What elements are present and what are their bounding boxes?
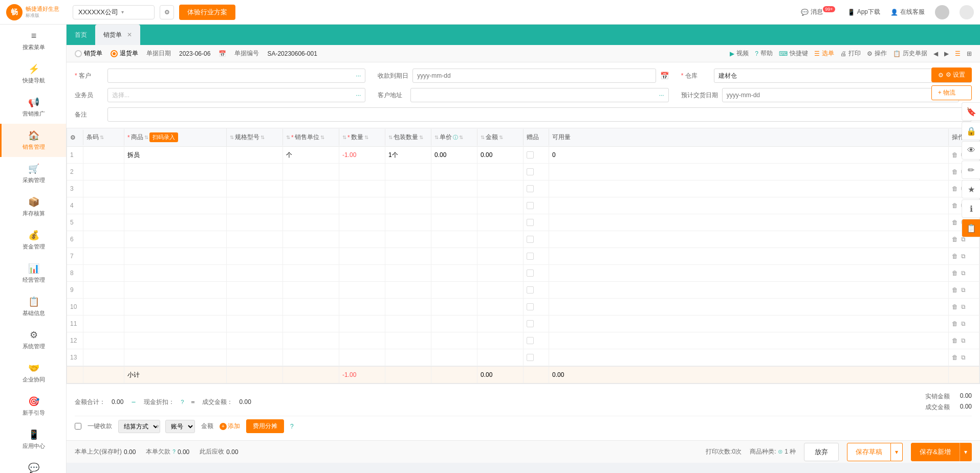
tab-sales-order[interactable]: 销货单 ✕	[95, 25, 140, 45]
operations-btn[interactable]: ⚙ 操作	[867, 49, 887, 58]
account-select[interactable]: 账号	[165, 420, 195, 433]
td-2-amount[interactable]	[477, 164, 524, 180]
salesman-input[interactable]: 选择... ···	[107, 88, 365, 102]
gift-checkbox-3[interactable]	[527, 185, 534, 192]
payment-due-calendar-icon[interactable]: 📅	[660, 72, 669, 80]
td-2-gift[interactable]	[524, 164, 549, 180]
company-selector[interactable]: XXXXXX公司 ▾	[73, 5, 155, 19]
sidebar-item-sales[interactable]: 🏠 销售管理	[0, 124, 66, 157]
delete-icon-10[interactable]: 🗑	[952, 303, 958, 310]
app-download-item[interactable]: 📱 App下载	[847, 8, 880, 16]
copy-icon-8[interactable]: ⧉	[961, 269, 966, 277]
gift-checkbox-4[interactable]	[527, 202, 534, 209]
delete-icon-1[interactable]: 🗑	[952, 151, 958, 159]
help-btn[interactable]: ? 帮助	[755, 49, 773, 58]
float-lock-icon[interactable]: 🔒	[962, 122, 980, 140]
minus-icon[interactable]: －	[129, 397, 138, 408]
select-order-btn[interactable]: ☰ 选单	[814, 49, 834, 58]
gift-checkbox-5[interactable]	[527, 219, 534, 226]
delete-icon-11[interactable]: 🗑	[952, 320, 958, 327]
scan-btn[interactable]: 扫码录入	[149, 132, 178, 142]
shortcut-btn[interactable]: ⌨ 快捷键	[779, 49, 808, 58]
gift-checkbox-6[interactable]	[527, 236, 534, 243]
copy-icon-9[interactable]: ⧉	[961, 286, 966, 294]
history-btn[interactable]: 📋 历史单据	[893, 49, 927, 58]
copy-icon-7[interactable]: ⧉	[961, 253, 966, 260]
sidebar-item-operations[interactable]: 📊 经营管理	[0, 257, 66, 290]
list-view-btn[interactable]: ☰	[955, 50, 961, 57]
float-star-icon[interactable]: ★	[962, 180, 980, 198]
sidebar-item-wechat[interactable]: 💬 企业微信	[0, 456, 66, 473]
copy-icon-10[interactable]: ⧉	[961, 303, 966, 310]
radio-sales[interactable]: 销货单	[75, 49, 102, 58]
sidebar-item-enterprise[interactable]: 🤝 企业协同	[0, 356, 66, 390]
message-item[interactable]: 💬 消息 99+	[801, 8, 837, 16]
td-1-price[interactable]: 0.00	[431, 147, 477, 163]
overdue-info-icon[interactable]: ?	[172, 449, 176, 455]
save-draft-dropdown[interactable]: ▾	[891, 443, 903, 461]
copy-icon-13[interactable]: ⧉	[961, 354, 966, 361]
discard-button[interactable]: 放弃	[804, 443, 839, 461]
gift-checkbox-9[interactable]	[527, 286, 534, 294]
save-new-dropdown[interactable]: ▾	[960, 443, 972, 461]
float-eye-icon[interactable]: 👁	[962, 141, 980, 160]
td-1-unit[interactable]: 个	[283, 147, 339, 163]
save-new-button[interactable]: 保存&新增	[911, 443, 960, 461]
date-picker-icon[interactable]: 📅	[219, 50, 226, 57]
grid-view-btn[interactable]: ⊞	[967, 50, 972, 57]
gift-checkbox-12[interactable]	[527, 337, 534, 344]
gift-checkbox-11[interactable]	[527, 320, 534, 327]
copy-icon-11[interactable]: ⧉	[961, 320, 966, 327]
td-2-barcode[interactable]	[83, 164, 124, 180]
td-2-spec[interactable]	[227, 164, 283, 180]
td-2-qty[interactable]	[339, 164, 385, 180]
th-settings[interactable]: ⚙	[67, 130, 83, 145]
delete-icon-7[interactable]: 🗑	[952, 253, 958, 260]
td-1-product[interactable]: 拆员	[124, 147, 227, 163]
avatar[interactable]	[935, 5, 949, 19]
gift-checkbox-2[interactable]	[527, 168, 534, 175]
sidebar-item-inventory[interactable]: 📦 库存核算	[0, 190, 66, 223]
gift-checkbox-13[interactable]	[527, 354, 534, 361]
sidebar-item-shortcut[interactable]: ⚡ 快捷导航	[0, 57, 66, 91]
td-2-pkgqty[interactable]	[385, 164, 431, 180]
avatar-settings[interactable]	[960, 5, 974, 19]
prev-btn[interactable]: ◀	[933, 50, 938, 57]
delete-icon-8[interactable]: 🗑	[952, 269, 958, 277]
save-draft-button[interactable]: 保存草稿	[847, 443, 891, 461]
delete-icon-3[interactable]: 🗑	[952, 185, 958, 192]
online-service-item[interactable]: 👤 在线客服	[890, 8, 925, 16]
one-click-payment-checkbox[interactable]	[75, 423, 81, 430]
delete-icon-6[interactable]: 🗑	[952, 236, 958, 243]
fee-help-icon[interactable]: ?	[290, 423, 294, 430]
experience-btn[interactable]: 体验行业方案	[179, 5, 235, 20]
td-2-price[interactable]	[431, 164, 477, 180]
float-action-icon[interactable]: 📋	[962, 219, 980, 237]
sidebar-item-search[interactable]: ≡ 搜索菜单	[0, 25, 66, 57]
td-1-amount[interactable]: 0.00	[477, 147, 524, 163]
delivery-date-input[interactable]	[722, 88, 959, 102]
copy-icon-12[interactable]: ⧉	[961, 337, 966, 344]
product-kind-icon[interactable]: ⊙	[778, 448, 783, 455]
delete-icon-4[interactable]: 🗑	[952, 202, 958, 209]
float-edit-icon[interactable]: ✏	[962, 161, 980, 179]
add-btn[interactable]: + 添加	[220, 422, 240, 431]
sidebar-item-finance[interactable]: 💰 资金管理	[0, 223, 66, 257]
customer-input[interactable]: ···	[107, 69, 365, 83]
td-1-gift[interactable]	[524, 147, 549, 163]
sidebar-item-system[interactable]: ⚙ 系统管理	[0, 323, 66, 356]
delete-icon-5[interactable]: 🗑	[952, 219, 958, 226]
td-1-qty[interactable]: -1.00	[339, 147, 385, 163]
sidebar-item-basic[interactable]: 📋 基础信息	[0, 290, 66, 323]
fee-split-btn[interactable]: 费用分摊	[246, 419, 284, 433]
video-btn[interactable]: ▶ 视频	[730, 49, 749, 58]
sidebar-item-appcenter[interactable]: 📱 应用中心	[0, 423, 66, 456]
tab-close-icon[interactable]: ✕	[127, 31, 132, 38]
tab-home[interactable]: 首页	[67, 25, 95, 45]
td-1-pkgqty[interactable]: 1个	[385, 147, 431, 163]
gift-checkbox-8[interactable]	[527, 269, 534, 277]
customer-address-input[interactable]: ···	[410, 88, 668, 102]
delete-icon-2[interactable]: 🗑	[952, 168, 958, 175]
sidebar-item-purchase[interactable]: 🛒 采购管理	[0, 157, 66, 190]
next-btn[interactable]: ▶	[944, 50, 949, 57]
